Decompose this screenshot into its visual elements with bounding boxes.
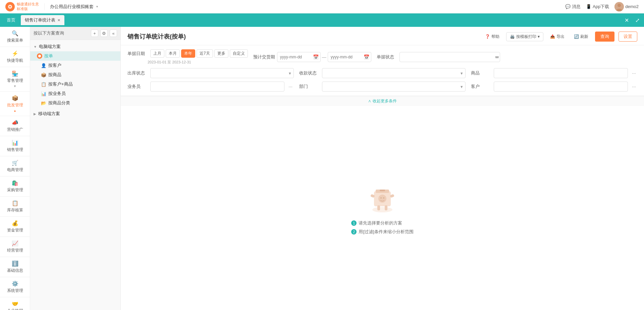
bill-status-select[interactable]: 草稿 已提交 已审核 xyxy=(399,52,500,62)
logo-icon xyxy=(5,2,15,11)
workspace-title: 办公用品行业模拟账套 xyxy=(50,4,94,10)
tab-home[interactable]: 首页 xyxy=(3,15,19,25)
top-bar-left: 畅捷通好生意标准版 办公用品行业模拟账套 ▾ xyxy=(5,2,98,11)
out-status-select[interactable]: 未出库 部分出库 全部出库 xyxy=(150,68,294,78)
tab-close-icon[interactable]: ✕ xyxy=(57,18,60,22)
refresh-label: 刷新 xyxy=(580,34,588,40)
sidebar-item-ecommerce[interactable]: 🛒 电商管理 xyxy=(0,156,30,176)
section-desktop-label: 电脑端方案 xyxy=(39,44,61,50)
empty-illustration xyxy=(366,181,399,215)
goods-input[interactable] xyxy=(494,68,628,78)
customer-more-dots[interactable]: ··· xyxy=(631,84,637,89)
empty-tips: 1 请先选择要分析的方案 2 用[过滤]条件来缩小分析范围 xyxy=(351,220,413,235)
date-btn-last-month[interactable]: 上月 xyxy=(150,49,164,58)
sidebar-item-sales[interactable]: 📊 销售管理 xyxy=(0,136,30,156)
sidebar-item-basic-label: 基础信息 xyxy=(7,268,23,273)
collapse-more-label: ∧ 收起更多条件 xyxy=(368,99,396,103)
sidebar-item-retail[interactable]: 🏪 零售管理 ▼ xyxy=(0,67,30,92)
sidebar-item-collab[interactable]: 🤝 企业协同 xyxy=(0,297,30,310)
date-btn-this-month[interactable]: 本月 xyxy=(166,49,180,58)
expected-date-end[interactable] xyxy=(328,52,371,62)
user-action[interactable]: demo2 xyxy=(614,2,639,11)
sidebar-item-system[interactable]: ⚙️ 系统管理 xyxy=(0,277,30,297)
sidebar-item-inventory[interactable]: 📋 库存核算 xyxy=(0,197,30,217)
receipt-status-label: 收款状态 xyxy=(299,70,319,76)
sidebar-item-nav[interactable]: ⚡ 快捷导航 xyxy=(0,47,30,67)
help-icon: ❓ xyxy=(485,34,490,39)
sidebar-item-wholesale-label: 批发管理 xyxy=(7,102,23,108)
purchase-icon: 🛍️ xyxy=(12,180,18,186)
sidebar-item-marketing[interactable]: 📣 营销推广 xyxy=(0,116,30,136)
sidebar-item-finance[interactable]: 💰 资金管理 xyxy=(0,217,30,237)
dept-select[interactable] xyxy=(322,82,466,92)
filter-goods: 商品 ··· xyxy=(471,68,637,78)
tip-num-1: 1 xyxy=(351,220,357,226)
page-header-actions: ❓ 帮助 🖨️ 按模板打印 ▾ 📤 导出 🔄 刷新 查询 设置 xyxy=(482,32,637,42)
filter-receipt-status: 收款状态 未收款 部分收款 已收款 xyxy=(299,68,466,78)
salesperson-more-dots[interactable]: ··· xyxy=(287,84,294,89)
expected-date-end-wrap: 📅 xyxy=(328,52,371,62)
tree-item-by-goods[interactable]: 📦 按商品 xyxy=(30,70,120,80)
export-btn[interactable]: 📤 导出 xyxy=(547,33,567,41)
basic-icon: ℹ️ xyxy=(12,260,18,267)
collapse-more-btn[interactable]: ∧ 收起更多条件 xyxy=(121,96,644,106)
date-btn-7days[interactable]: 近7天 xyxy=(197,49,213,58)
date-btn-more[interactable]: 更多 xyxy=(214,49,228,58)
refresh-btn[interactable]: 🔄 刷新 xyxy=(571,33,591,41)
section-desktop[interactable]: ▼ 电脑端方案 xyxy=(30,42,120,51)
add-plan-btn[interactable]: + xyxy=(91,30,98,37)
salesperson-input[interactable] xyxy=(150,82,284,92)
sidebar-item-purchase[interactable]: 🛍️ 采购管理 xyxy=(0,176,30,197)
message-action[interactable]: 💬 消息 xyxy=(565,4,581,10)
workspace-arrow[interactable]: ▾ xyxy=(96,5,98,8)
expected-date-start[interactable] xyxy=(277,52,321,62)
filter-bill-date: 单据日期 上月 本月 本年 近7天 更多 自定义 2023-01-01 至 20… xyxy=(127,49,248,65)
date-range-sub: 2023-01-01 至 2023-12-31 xyxy=(127,59,191,65)
svg-point-4 xyxy=(38,55,41,57)
filter-expected-date: 预计交货期 📅 — 📅 xyxy=(253,52,371,62)
svg-point-10 xyxy=(383,197,384,199)
close-window-btn[interactable]: ✕ xyxy=(623,16,631,24)
app-download-action[interactable]: 📱 App下载 xyxy=(586,4,609,10)
tree-item-by-customer[interactable]: 👤 按客户 xyxy=(30,61,120,70)
sidebar-item-marketing-label: 营销推广 xyxy=(7,127,23,133)
print-template-btn[interactable]: 🖨️ 按模板打印 ▾ xyxy=(506,32,543,41)
download-icon: 📱 xyxy=(586,4,591,9)
tree-item-by-customer-goods-label: 按客户+商品 xyxy=(48,81,73,87)
tree-item-by-salesperson-label: 按业务员 xyxy=(48,91,66,97)
expand-window-btn[interactable]: ⤢ xyxy=(633,16,641,24)
date-quick-btns: 上月 本月 本年 近7天 更多 自定义 xyxy=(150,49,248,58)
sidebar-item-system-label: 系统管理 xyxy=(7,288,23,294)
date-btn-custom[interactable]: 自定义 xyxy=(230,49,248,58)
filter-out-status: 出库状态 未出库 部分出库 全部出库 xyxy=(127,68,294,78)
retail-arrow: ▼ xyxy=(13,85,16,88)
sidebar-item-wholesale[interactable]: 📦 批发管理 ▲ xyxy=(0,92,30,116)
date-btn-this-year[interactable]: 本年 xyxy=(181,49,195,58)
tree-item-by-salesperson[interactable]: 📊 按业务员 xyxy=(30,89,120,98)
system-icon: ⚙️ xyxy=(12,280,18,287)
sidebar-item-purchase-label: 采购管理 xyxy=(7,187,23,193)
tree-item-by-customer-goods[interactable]: 📋 按客户+商品 xyxy=(30,80,120,89)
sidebar-item-basic[interactable]: ℹ️ 基础信息 xyxy=(0,257,30,277)
customer-input[interactable] xyxy=(494,82,628,92)
settings-plan-btn[interactable]: ⚙ xyxy=(100,30,108,37)
help-btn[interactable]: ❓ 帮助 xyxy=(482,33,502,41)
query-btn[interactable]: 查询 xyxy=(595,32,614,42)
section-mobile[interactable]: ▶ 移动端方案 xyxy=(30,109,120,118)
tree-item-by-order[interactable]: 按单 xyxy=(30,51,120,61)
sidebar-item-operations[interactable]: 📈 经营管理 xyxy=(0,237,30,257)
expected-date-label: 预计交货期 xyxy=(253,54,275,60)
tab-bar-right: ✕ ⤢ xyxy=(623,16,644,24)
goods-more-dots[interactable]: ··· xyxy=(631,70,637,76)
tree-item-by-goods-cat[interactable]: 📂 按商品分类 xyxy=(30,98,120,108)
date-range-text: 2023-01-01 至 2023-12-31 xyxy=(148,60,191,65)
settings-btn[interactable]: 设置 xyxy=(619,32,637,42)
receipt-status-select[interactable]: 未收款 部分收款 已收款 xyxy=(322,68,466,78)
add-icon: + xyxy=(93,31,96,36)
collapse-panel-btn[interactable]: « xyxy=(110,30,117,37)
bill-status-label: 单据状态 xyxy=(377,54,397,60)
sidebar-item-search[interactable]: 🔍 搜索菜单 xyxy=(0,27,30,47)
tab-home-label: 首页 xyxy=(7,17,15,23)
tab-sales-stats[interactable]: 销售订单统计表 ✕ xyxy=(21,15,64,25)
goods-icon: 📦 xyxy=(41,72,46,78)
